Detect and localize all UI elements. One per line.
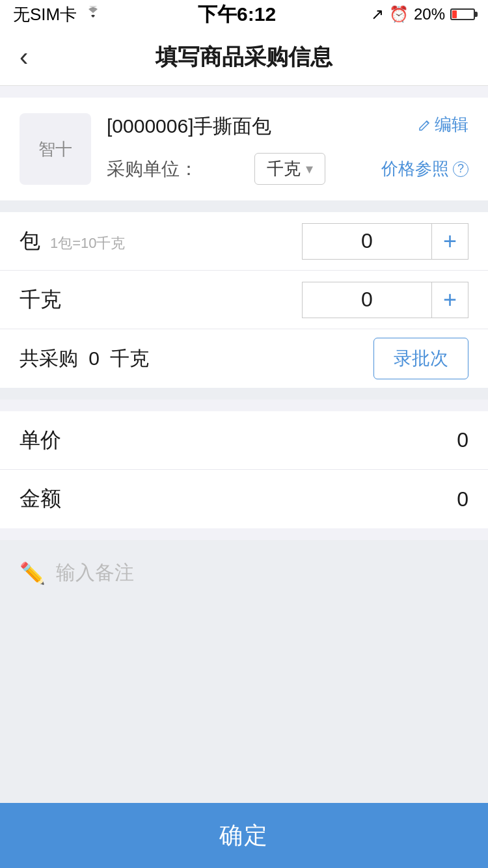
price-row-amount: 金额 0 — [0, 470, 488, 528]
price-label-amount: 金额 — [20, 485, 61, 513]
product-info: [0000006]手撕面包 编辑 采购单位： 千克 ▾ 价格参照 ? — [107, 113, 468, 185]
notes-section[interactable]: ✏️ 输入备注 — [0, 540, 488, 606]
location-icon: ↗ — [371, 5, 384, 23]
qty-plus-kg[interactable]: + — [432, 282, 468, 318]
battery-icon — [450, 8, 475, 20]
divider-1 — [0, 200, 488, 212]
product-thumbnail: 智十 — [20, 113, 91, 185]
nav-bar: ‹ 填写商品采购信息 — [0, 29, 488, 86]
batch-button[interactable]: 录批次 — [373, 338, 468, 379]
content-spacer — [0, 606, 488, 803]
price-section: 单价 0 金额 0 — [0, 411, 488, 528]
qty-input-kg[interactable] — [302, 282, 432, 318]
carrier-label: 无SIM卡 — [13, 3, 77, 26]
product-name: [0000006]手撕面包 — [107, 113, 418, 140]
alarm-icon: ⏰ — [389, 5, 409, 23]
confirm-button[interactable]: 确定 — [0, 803, 488, 868]
info-icon: ? — [453, 161, 468, 177]
form-row-bao: 包 1包=10千克 + — [0, 212, 488, 271]
summary-row: 共采购 0 千克 录批次 — [0, 329, 488, 388]
page-title: 填写商品采购信息 — [156, 42, 332, 72]
form-row-kg: 千克 + — [0, 271, 488, 329]
form-sublabel-bao: 1包=10千克 — [50, 235, 126, 251]
price-value-amount: 0 — [457, 487, 468, 511]
status-bar: 无SIM卡 下午6:12 ↗ ⏰ 20% — [0, 0, 488, 29]
notes-placeholder: 输入备注 — [56, 560, 134, 586]
form-label-kg: 千克 — [20, 286, 98, 314]
unit-selector[interactable]: 千克 ▾ — [254, 153, 325, 185]
qty-plus-bao[interactable]: + — [432, 223, 468, 260]
product-section: 智十 [0000006]手撕面包 编辑 采购单位： 千克 ▾ 价格参照 ? — [0, 98, 488, 200]
product-header: [0000006]手撕面包 编辑 — [107, 113, 468, 140]
price-label-unit: 单价 — [20, 426, 61, 455]
status-time: 下午6:12 — [198, 1, 276, 28]
price-row-unit: 单价 0 — [0, 411, 488, 470]
wifi-icon — [83, 5, 103, 25]
price-value-unit: 0 — [457, 428, 468, 452]
qty-input-bao[interactable] — [302, 223, 432, 260]
form-section-bao: 包 1包=10千克 + 千克 + — [0, 212, 488, 329]
summary-amount: 0 — [88, 347, 100, 369]
product-unit-row: 采购单位： 千克 ▾ 价格参照 ? — [107, 153, 468, 185]
product-thumb-label: 智十 — [38, 138, 72, 161]
battery-percent: 20% — [414, 5, 445, 23]
status-right: ↗ ⏰ 20% — [371, 5, 475, 23]
unit-label: 采购单位： — [107, 157, 198, 182]
form-input-group-kg: + — [302, 282, 468, 318]
back-button[interactable]: ‹ — [20, 42, 28, 72]
unit-value: 千克 — [267, 157, 301, 180]
pencil-icon: ✏️ — [20, 561, 46, 586]
status-left: 无SIM卡 — [13, 3, 103, 26]
edit-link[interactable]: 编辑 — [418, 113, 468, 136]
form-label-bao: 包 1包=10千克 — [20, 227, 125, 256]
form-input-group-bao: + — [302, 223, 468, 260]
price-ref-link[interactable]: 价格参照 ? — [381, 157, 468, 180]
divider-2 — [0, 388, 488, 400]
summary-text: 共采购 0 千克 — [20, 346, 149, 372]
chevron-down-icon: ▾ — [306, 161, 313, 178]
